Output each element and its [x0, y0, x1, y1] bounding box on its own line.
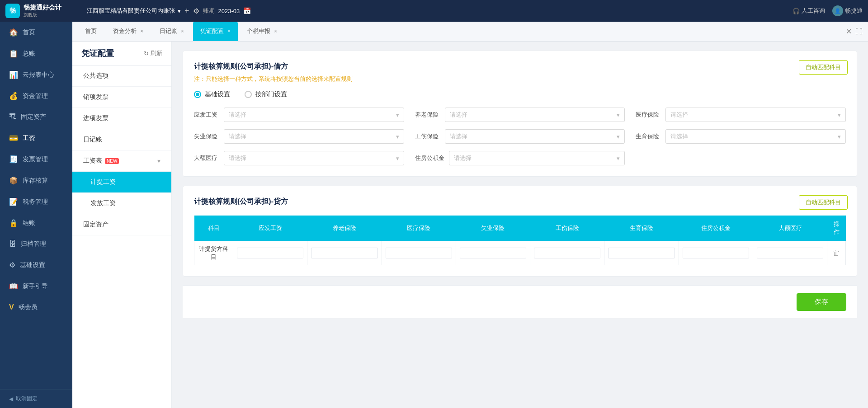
input-work-injury[interactable]	[534, 248, 600, 258]
field-unemployment: 失业保险 请选择 ▾	[194, 129, 404, 144]
input-pension[interactable]	[311, 248, 377, 258]
sub-nav-journal[interactable]: 日记账	[72, 129, 171, 150]
save-button[interactable]: 保存	[797, 293, 846, 311]
field-maternity-select[interactable]: 请选择 ▾	[665, 129, 846, 144]
debit-auto-match-button[interactable]: 自动匹配科目	[799, 60, 848, 75]
headset-icon: 🎧	[793, 8, 800, 14]
tab-journal-close[interactable]: ×	[181, 28, 184, 34]
field-housing-fund-select[interactable]: 请选择 ▾	[449, 151, 625, 165]
sidebar-item-inventory[interactable]: 📦 库存核算	[0, 170, 72, 191]
sub-nav-sales[interactable]: 销项发票	[72, 87, 171, 108]
delete-row-button[interactable]: 🗑	[833, 249, 840, 257]
sidebar-item-guide[interactable]: 📖 新手引导	[0, 276, 72, 297]
user-area[interactable]: 👤 畅捷通	[832, 5, 863, 16]
tab-tax-close[interactable]: ×	[274, 28, 277, 34]
sub-nav-salary-table[interactable]: 工资表NEW ▾	[72, 150, 171, 172]
cell-row-subject: 计提贷方科目	[194, 241, 233, 265]
guide-icon: 📖	[9, 282, 18, 291]
ai-service-label: 人工咨询	[802, 7, 825, 15]
debit-section-note: 注：只能选择一种方式，系统将按照您当前的选择来配置规则	[194, 75, 846, 83]
sidebar-item-checkout[interactable]: 🔒 结账	[0, 212, 72, 234]
settings-icon[interactable]: ⚙	[193, 7, 199, 15]
sub-nav-fixed-assets[interactable]: 固定资产	[72, 214, 171, 235]
field-pension-select[interactable]: 请选择 ▾	[445, 108, 625, 122]
field-medical-select[interactable]: 请选择 ▾	[665, 108, 846, 122]
select-arrow-icon7: ▾	[396, 155, 399, 162]
sidebar-item-tax[interactable]: 📝 税务管理	[0, 191, 72, 212]
tab-fund[interactable]: 资金分析 ×	[106, 22, 151, 41]
field-large-medical-select[interactable]: 请选择 ▾	[224, 151, 404, 165]
col-work-injury: 工伤保险	[530, 216, 604, 241]
field-large-medical-label: 大额医疗	[194, 154, 219, 162]
assets-icon: 🏗	[9, 113, 16, 121]
checkout-icon: 🔒	[9, 219, 18, 227]
company-selector[interactable]: 江西服宝精品有限责任公司内账张 ▾	[87, 7, 181, 15]
cell-basic-salary	[233, 241, 307, 265]
select-arrow-icon4: ▾	[396, 133, 399, 140]
field-medical-placeholder: 请选择	[670, 111, 688, 119]
input-medical[interactable]	[386, 248, 452, 258]
sub-nav-calc-salary[interactable]: 计提工资	[72, 172, 171, 193]
sidebar-item-vip[interactable]: V 畅会员	[0, 297, 72, 318]
sidebar-item-settings[interactable]: ⚙ 基础设置	[0, 254, 72, 276]
field-basic-salary-select[interactable]: 请选择 ▾	[224, 108, 404, 122]
radio-basic[interactable]: 基础设置	[194, 90, 230, 98]
cancel-pin-label: 取消固定	[16, 395, 38, 403]
sub-nav-public[interactable]: 公共选项	[72, 66, 171, 87]
close-window-icon[interactable]: ✕	[846, 27, 852, 36]
tab-bar: 首页 资金分析 × 日记账 × 凭证配置 × 个税申报 × ✕ ⛶	[72, 22, 868, 42]
inventory-icon: 📦	[9, 176, 18, 185]
field-work-injury: 工伤保险 请选择 ▾	[415, 129, 625, 144]
field-work-injury-select[interactable]: 请选择 ▾	[445, 129, 625, 144]
top-bar: 畅 畅捷通好会计 旗舰版 江西服宝精品有限责任公司内账张 ▾ + ⚙ 账期 20…	[0, 0, 868, 22]
field-maternity-placeholder: 请选择	[670, 132, 688, 141]
cancel-pin-button[interactable]: ◀ 取消固定	[0, 389, 72, 408]
input-large-medical[interactable]	[757, 248, 823, 258]
sub-nav-purchase[interactable]: 进项发票	[72, 108, 171, 129]
sidebar-item-ledger[interactable]: 📋 总账	[0, 43, 72, 64]
period-value: 2023-03	[218, 8, 240, 14]
sidebar-item-invoice[interactable]: 🧾 发票管理	[0, 149, 72, 170]
field-pension-placeholder: 请选择	[450, 111, 467, 119]
sub-nav-pay-salary[interactable]: 发放工资	[72, 193, 171, 214]
content-area: 首页 资金分析 × 日记账 × 凭证配置 × 个税申报 × ✕ ⛶	[72, 22, 868, 408]
sidebar-item-salary[interactable]: 💳 工资	[0, 127, 72, 149]
col-basic-salary: 应发工资	[233, 216, 307, 241]
radio-basic-label: 基础设置	[205, 90, 230, 98]
tab-fund-close[interactable]: ×	[140, 28, 143, 34]
tab-home[interactable]: 首页	[78, 22, 104, 41]
maximize-icon[interactable]: ⛶	[855, 28, 863, 36]
select-arrow-icon8: ▾	[617, 155, 620, 162]
sidebar-item-reports[interactable]: 📊 云报表中心	[0, 64, 72, 85]
input-housing-fund[interactable]	[683, 248, 749, 258]
page-title: 凭证配置	[81, 48, 114, 59]
sidebar-item-home[interactable]: 🏠 首页	[0, 22, 72, 43]
refresh-button[interactable]: ↻ 刷新	[144, 49, 162, 57]
field-unemployment-select[interactable]: 请选择 ▾	[224, 129, 404, 144]
tab-voucher-close[interactable]: ×	[227, 28, 231, 34]
calendar-icon[interactable]: 📅	[243, 7, 251, 14]
sidebar-item-fund[interactable]: 💰 资金管理	[0, 85, 72, 107]
field-unemployment-label: 失业保险	[194, 132, 219, 141]
cell-work-injury	[530, 241, 604, 265]
credit-auto-match-button[interactable]: 自动匹配科目	[799, 195, 848, 210]
sub-nav-fixed-assets-label: 固定资产	[83, 220, 108, 228]
tab-tax[interactable]: 个税申报 ×	[240, 22, 284, 41]
field-housing-fund-label: 住房公积金	[415, 154, 444, 162]
tab-voucher[interactable]: 凭证配置 ×	[193, 22, 238, 41]
add-button[interactable]: +	[184, 6, 189, 16]
input-maternity[interactable]	[608, 248, 675, 258]
select-arrow-icon6: ▾	[838, 133, 841, 140]
col-maternity: 生育保险	[604, 216, 679, 241]
ai-service-button[interactable]: 🎧 人工咨询	[793, 7, 825, 15]
fund-icon: 💰	[9, 92, 18, 100]
radio-dept[interactable]: 按部门设置	[245, 90, 287, 98]
cell-unemployment	[456, 241, 530, 265]
input-unemployment[interactable]	[460, 248, 526, 258]
sub-nav-public-label: 公共选项	[83, 72, 108, 79]
tab-journal[interactable]: 日记账 ×	[152, 22, 191, 41]
input-basic-salary[interactable]	[237, 248, 303, 258]
sidebar-item-archive[interactable]: 🗄 归档管理	[0, 234, 72, 254]
sidebar-label-tax: 税务管理	[23, 198, 48, 206]
sidebar-item-assets[interactable]: 🏗 固定资产	[0, 107, 72, 127]
